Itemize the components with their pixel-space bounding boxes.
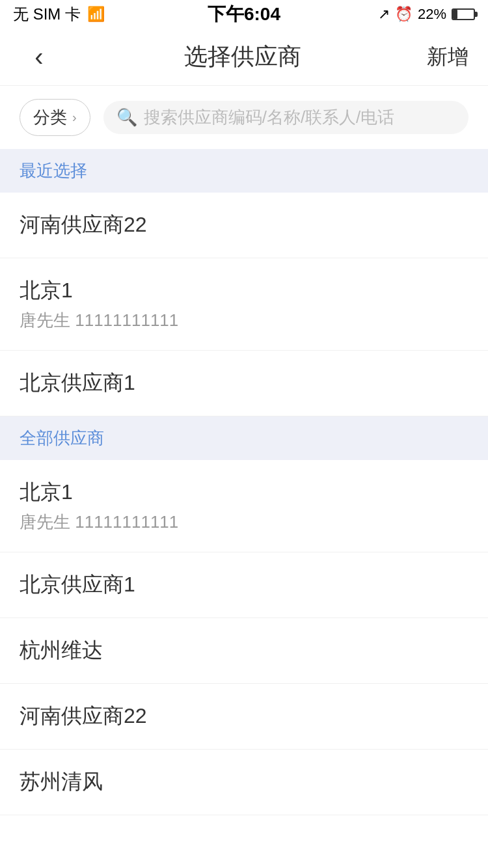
search-icon: 🔍 [116, 107, 137, 128]
sections-container: 最近选择河南供应商22北京1唐先生 11111111111北京供应商1全部供应商… [0, 149, 488, 815]
category-filter-button[interactable]: 分类 › [20, 99, 90, 136]
search-box[interactable]: 🔍 [103, 101, 468, 134]
category-label: 分类 [33, 106, 67, 129]
list-item-name: 北京1 [20, 478, 468, 507]
list-item-sub: 唐先生 11111111111 [20, 309, 468, 332]
status-time: 下午6:04 [208, 2, 280, 27]
list-item-name: 河南供应商22 [20, 702, 468, 731]
status-bar: 无 SIM 卡 📶 下午6:04 ↗ ⏰ 22% [0, 0, 488, 29]
list-item-name: 杭州维达 [20, 636, 468, 665]
list-item-name: 苏州清风 [20, 768, 468, 796]
wifi-icon: 📶 [87, 6, 105, 23]
list-item[interactable]: 苏州清风 [0, 750, 488, 815]
section-header-text-all: 全部供应商 [20, 428, 104, 448]
back-arrow-icon: ‹ [34, 42, 43, 72]
list-item[interactable]: 河南供应商22 [0, 193, 488, 258]
battery-label: 22% [418, 6, 446, 23]
no-sim-label: 无 SIM 卡 [13, 4, 81, 25]
page-title: 选择供应商 [184, 41, 301, 73]
search-input[interactable] [144, 107, 455, 128]
list-item[interactable]: 北京供应商1 [0, 552, 488, 618]
status-left: 无 SIM 卡 📶 [13, 4, 105, 25]
list-item[interactable]: 河南供应商22 [0, 684, 488, 750]
list-item[interactable]: 北京1唐先生 11111111111 [0, 258, 488, 351]
list-item[interactable]: 北京供应商1 [0, 351, 488, 416]
section-header-all: 全部供应商 [0, 416, 488, 460]
location-icon: ↗ [378, 6, 390, 23]
list-item-sub: 唐先生 11111111111 [20, 511, 468, 534]
chevron-right-icon: › [72, 110, 77, 125]
list-item[interactable]: 杭州维达 [0, 618, 488, 684]
filter-row: 分类 › 🔍 [0, 86, 488, 149]
section-header-text-recent: 最近选择 [20, 161, 87, 180]
alarm-icon: ⏰ [395, 6, 413, 23]
add-button[interactable]: 新增 [427, 43, 468, 72]
battery-icon [452, 8, 475, 20]
section-header-recent: 最近选择 [0, 149, 488, 193]
list-item-name: 北京供应商1 [20, 571, 468, 599]
list-item-name: 北京1 [20, 277, 468, 305]
list-item[interactable]: 北京1唐先生 11111111111 [0, 460, 488, 552]
status-right: ↗ ⏰ 22% [378, 6, 475, 23]
back-button[interactable]: ‹ [20, 38, 59, 77]
list-item-name: 北京供应商1 [20, 369, 468, 398]
list-item-name: 河南供应商22 [20, 211, 468, 239]
nav-bar: ‹ 选择供应商 新增 [0, 29, 488, 86]
